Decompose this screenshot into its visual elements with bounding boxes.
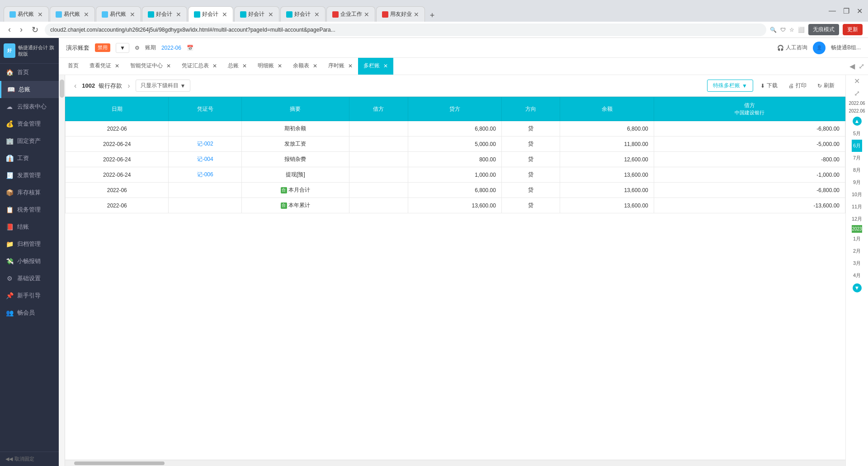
- back-button[interactable]: ‹: [5, 24, 14, 35]
- right-sidebar-expand[interactable]: ⤢: [846, 87, 868, 99]
- page-tab-智能凭证中心[interactable]: 智能凭证中心✕: [125, 58, 176, 75]
- incognito-button[interactable]: 无痕模式: [808, 24, 839, 35]
- month-item-6月[interactable]: 6月: [852, 140, 862, 152]
- calendar-down-button[interactable]: ▼: [853, 283, 862, 292]
- settings-icon[interactable]: ⚙: [135, 45, 140, 51]
- browser-tab-t5[interactable]: 好会计✕: [188, 6, 233, 22]
- account-dropdown[interactable]: ▼: [116, 43, 129, 53]
- reload-button[interactable]: ↻: [29, 24, 41, 36]
- year-label[interactable]: 2023: [852, 225, 862, 233]
- window-icon[interactable]: ⬜: [798, 27, 805, 33]
- tab-close-icon[interactable]: ✕: [278, 63, 282, 69]
- maximize-button[interactable]: ❐: [841, 5, 851, 17]
- browser-tab-t7[interactable]: 好会计✕: [280, 6, 326, 22]
- month-item-5月[interactable]: 5月: [852, 127, 862, 140]
- calendar-icon[interactable]: 📅: [187, 45, 193, 51]
- refresh-button[interactable]: ↻ 刷新: [814, 80, 838, 91]
- voucher-link[interactable]: 记-002: [197, 141, 213, 147]
- collapse-tabs-button[interactable]: ◀: [849, 62, 855, 71]
- page-tab-多栏账[interactable]: 多栏账✕: [358, 58, 393, 75]
- cell-voucher[interactable]: [169, 183, 241, 198]
- forward-button[interactable]: ›: [17, 24, 25, 35]
- month-item-3月[interactable]: 3月: [852, 257, 862, 269]
- browser-tab-t9[interactable]: 用友好业✕: [376, 6, 425, 22]
- url-input[interactable]: cloud2.chanjet.com/accounting/uh26t264j5…: [45, 24, 766, 36]
- cell-voucher[interactable]: 记-006: [169, 167, 241, 183]
- user-name[interactable]: 畅捷通B组...: [831, 44, 861, 52]
- sidebar-item-首页[interactable]: 🏠首页: [0, 64, 59, 81]
- tab-close-icon[interactable]: ✕: [212, 63, 217, 69]
- month-item-12月[interactable]: 12月: [852, 213, 862, 225]
- prev-account-button[interactable]: ‹: [72, 82, 78, 90]
- page-tab-余额表[interactable]: 余额表✕: [288, 58, 323, 75]
- browser-tab-t2[interactable]: 易代账✕: [50, 6, 95, 22]
- search-icon[interactable]: 🔍: [770, 27, 777, 33]
- sidebar-item-资金管理[interactable]: 💰资金管理: [0, 115, 59, 132]
- browser-tab-t1[interactable]: 易代账✕: [4, 6, 49, 22]
- expand-tabs-button[interactable]: ⤢: [859, 62, 864, 71]
- browser-tab-t4[interactable]: 好会计✕: [142, 6, 187, 22]
- consultant-button[interactable]: 🎧 人工咨询: [777, 44, 807, 52]
- special-multicol-button[interactable]: 特殊多栏账 ▼: [707, 80, 753, 92]
- month-item-9月[interactable]: 9月: [852, 176, 862, 188]
- sidebar-item-库存核算[interactable]: 📦库存核算: [0, 184, 59, 201]
- new-tab-button[interactable]: +: [426, 9, 439, 22]
- tab-close-icon[interactable]: ✕: [166, 63, 171, 69]
- page-tab-首页[interactable]: 首页: [62, 58, 84, 75]
- tab-close-icon[interactable]: ✕: [242, 63, 247, 69]
- sidebar-item-工资[interactable]: 👔工资: [0, 150, 59, 167]
- sidebar-item-税务管理[interactable]: 📋税务管理: [0, 201, 59, 218]
- sidebar-item-发票管理[interactable]: 🧾发票管理: [0, 167, 59, 184]
- period-value[interactable]: 2022-06: [161, 45, 181, 51]
- month-item-10月[interactable]: 10月: [852, 188, 862, 201]
- print-button[interactable]: 🖨 打印: [785, 80, 810, 91]
- sidebar-item-固定资产[interactable]: 🏢固定资产: [0, 132, 59, 150]
- sidebar-item-归档管理[interactable]: 📁归档管理: [0, 235, 59, 253]
- sidebar-item-总账[interactable]: 📖总账: [0, 81, 59, 98]
- cell-voucher[interactable]: 记-002: [169, 137, 241, 152]
- browser-tab-t8[interactable]: 企业工作✕: [326, 6, 375, 22]
- horizontal-scrollbar[interactable]: [65, 460, 845, 466]
- right-sidebar-close[interactable]: ✕: [846, 75, 868, 87]
- minimize-button[interactable]: —: [827, 5, 838, 17]
- voucher-link[interactable]: 记-006: [197, 171, 213, 178]
- show-subcategory-button[interactable]: 只显示下级科目 ▼: [136, 80, 191, 92]
- cell-voucher[interactable]: [169, 121, 241, 137]
- next-account-button[interactable]: ›: [126, 82, 132, 90]
- unpin-button[interactable]: ◀◀ 取消固定: [0, 452, 59, 466]
- cell-voucher[interactable]: [169, 198, 241, 213]
- calendar-up-button[interactable]: ▲: [853, 117, 862, 126]
- page-tab-查看凭证[interactable]: 查看凭证✕: [84, 58, 125, 75]
- page-tab-凭证汇总表[interactable]: 凭证汇总表✕: [176, 58, 222, 75]
- update-button[interactable]: 更新: [843, 24, 863, 35]
- tab-close-icon[interactable]: ✕: [313, 63, 317, 69]
- month-item-7月[interactable]: 7月: [852, 152, 862, 164]
- close-button[interactable]: ✕: [855, 5, 864, 17]
- cell-voucher[interactable]: 记-004: [169, 152, 241, 167]
- month-item-11月[interactable]: 11月: [852, 201, 862, 213]
- sidebar-item-新手引导[interactable]: 📌新手引导: [0, 287, 59, 304]
- voucher-link[interactable]: 记-004: [197, 156, 213, 162]
- tab-close-icon[interactable]: ✕: [383, 63, 388, 69]
- download-button[interactable]: ⬇ 下载: [757, 80, 781, 91]
- month-item-8月[interactable]: 8月: [852, 164, 862, 176]
- address-bar: ‹ › ↻ cloud2.chanjet.com/accounting/uh26…: [0, 22, 868, 38]
- sidebar-item-结账[interactable]: 📕结账: [0, 218, 59, 235]
- page-tab-序时账[interactable]: 序时账✕: [323, 58, 358, 75]
- month-item-4月[interactable]: 4月: [852, 269, 862, 282]
- star-icon[interactable]: ☆: [789, 27, 794, 33]
- sidebar-item-畅会员[interactable]: 👥畅会员: [0, 304, 59, 321]
- month-item-2月[interactable]: 2月: [852, 245, 862, 257]
- page-tab-总账[interactable]: 总账✕: [222, 58, 252, 75]
- browser-tab-t6[interactable]: 好会计✕: [234, 6, 279, 22]
- sidebar-item-小畅报销[interactable]: 💸小畅报销: [0, 253, 59, 270]
- page-tab-明细账[interactable]: 明细账✕: [252, 58, 288, 75]
- tab-close-icon[interactable]: ✕: [115, 63, 119, 69]
- month-item-1月[interactable]: 1月: [852, 233, 862, 245]
- browser-tab-t3[interactable]: 易代账✕: [96, 6, 141, 22]
- tab-close-icon[interactable]: ✕: [348, 63, 353, 69]
- sidebar-item-云报表中心[interactable]: ☁云报表中心: [0, 98, 59, 115]
- account-code[interactable]: 1002: [82, 82, 95, 89]
- vertical-scrollbar[interactable]: [59, 75, 65, 466]
- sidebar-item-基础设置[interactable]: ⚙基础设置: [0, 270, 59, 287]
